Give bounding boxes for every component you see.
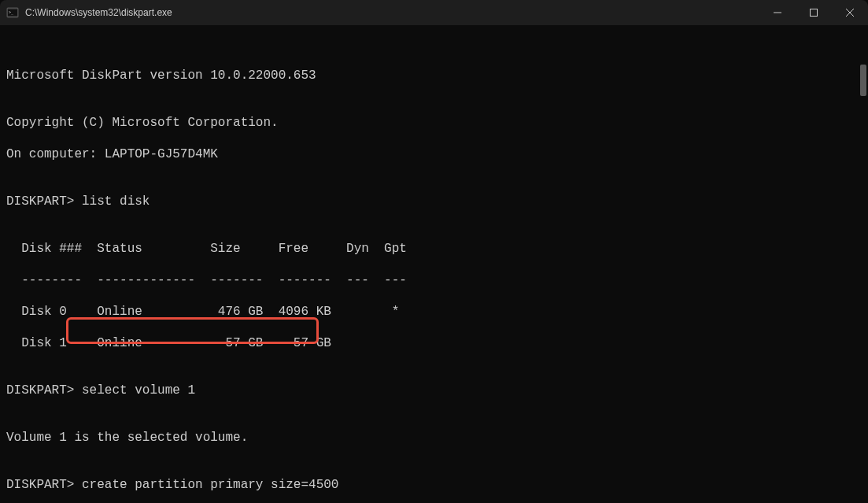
- titlebar: >_ C:\Windows\system32\diskpart.exe: [0, 0, 868, 25]
- window-controls: [759, 0, 868, 25]
- computer-text: On computer: LAPTOP-GJ57D4MK: [6, 146, 862, 162]
- copyright-text: Copyright (C) Microsoft Corporation.: [6, 115, 862, 131]
- close-button[interactable]: [832, 0, 868, 25]
- command-text: select volume 1: [82, 383, 195, 398]
- table-row: Disk 1 Online 57 GB 57 GB: [6, 335, 862, 351]
- command-text: create partition primary size=4500: [82, 478, 338, 492]
- prompt: DISKPART>: [6, 194, 82, 209]
- svg-text:>_: >_: [9, 9, 14, 15]
- table-header: Disk ### Status Size Free Dyn Gpt: [6, 241, 862, 257]
- command-line-2: DISKPART> select volume 1: [6, 383, 862, 398]
- terminal-area[interactable]: Microsoft DiskPart version 10.0.22000.65…: [0, 25, 868, 503]
- table-row: Disk 0 Online 476 GB 4096 KB *: [6, 304, 862, 320]
- window-title: C:\Windows\system32\diskpart.exe: [25, 7, 172, 18]
- command-line-1: DISKPART> list disk: [6, 194, 862, 209]
- maximize-button[interactable]: [796, 0, 832, 25]
- app-icon: >_: [6, 6, 19, 19]
- svg-rect-4: [811, 9, 818, 17]
- prompt: DISKPART>: [6, 478, 82, 492]
- scrollbar-thumb[interactable]: [860, 65, 866, 96]
- table-divider: -------- ------------- ------- ------- -…: [6, 272, 862, 288]
- version-text: Microsoft DiskPart version 10.0.22000.65…: [6, 68, 862, 83]
- command-line-3: DISKPART> create partition primary size=…: [6, 477, 862, 493]
- command-text: list disk: [82, 194, 150, 209]
- minimize-button[interactable]: [759, 0, 796, 25]
- prompt: DISKPART>: [6, 383, 82, 398]
- response-text: Volume 1 is the selected volume.: [6, 430, 862, 446]
